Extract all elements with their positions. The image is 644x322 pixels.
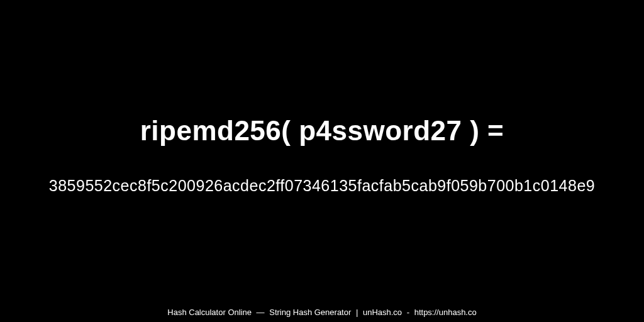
footer-site-name: unHash.co xyxy=(363,308,402,317)
footer-text-generator: String Hash Generator xyxy=(269,308,351,317)
footer-separator-dash: — xyxy=(257,308,265,317)
footer-text-calculator: Hash Calculator Online xyxy=(167,308,252,317)
main-content: ripemd256( p4ssword27 ) = 3859552cec8f5c… xyxy=(0,0,644,322)
footer-site-url: https://unhash.co xyxy=(414,308,477,317)
footer: Hash Calculator Online — String Hash Gen… xyxy=(0,308,644,317)
hash-output-value: 3859552cec8f5c200926acdec2ff07346135facf… xyxy=(49,177,595,195)
footer-separator-hyphen: - xyxy=(407,308,409,317)
footer-separator-pipe: | xyxy=(356,308,358,317)
hash-expression-title: ripemd256( p4ssword27 ) = xyxy=(140,115,504,147)
